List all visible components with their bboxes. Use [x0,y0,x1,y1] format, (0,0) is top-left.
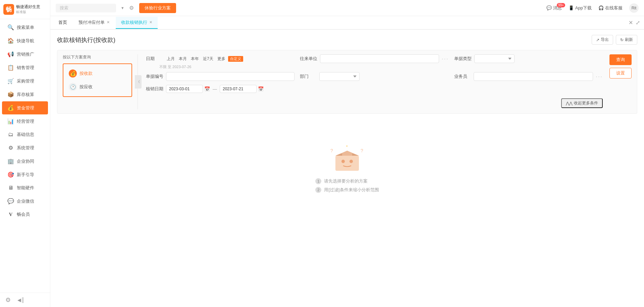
calendar-end-icon[interactable]: 📅 [258,86,264,92]
logo: 畅 畅捷通好生意 标准版 [0,0,50,19]
sidebar-item-purchase[interactable]: 🛒 采购管理 [2,74,48,88]
sidebar-item-operation[interactable]: 📊 经营管理 [2,115,48,128]
sidebar-item-label: 企业协同 [17,158,34,164]
sidebar-item-hardware[interactable]: 🖥 智能硬件 [2,182,48,194]
app-download-btn[interactable]: 📱 App下载 [569,5,592,11]
filter-options-panel: 💰 按收款 🕐 按应收 [63,63,132,97]
doctype-select[interactable] [474,54,515,63]
custom-date-badge: 自定义 [228,56,243,62]
tab-home[interactable]: 首页 [53,17,72,29]
export-button[interactable]: ↗ 导出 [592,35,613,45]
sidebar-item-member[interactable]: V 畅会员 [2,208,48,221]
filter-panel-title: 按以下方案查询 [63,54,132,60]
filter-option-by-receivable[interactable]: 🕐 按应收 [63,80,131,94]
gear-icon[interactable]: ⚙ [129,5,134,11]
partner-input[interactable] [320,54,439,63]
user-label: Rit [632,6,637,10]
filter-writeoff-date-group: 核销日期 📅 — 📅 [146,85,603,93]
svg-text:?: ? [330,148,333,153]
last-7days-btn[interactable]: 近7天 [202,55,215,62]
docno-input[interactable] [166,72,294,81]
close-tab-icon[interactable]: ✕ [629,19,633,26]
settings-icon[interactable]: ⚙ [5,296,11,304]
setting-button[interactable]: 设置 [609,68,632,79]
member-nav-icon: V [7,212,14,217]
date-label: 日期 [146,56,163,62]
tab-prepay[interactable]: 预付冲应付单 ✕ [73,17,115,29]
sidebar-item-label: 销售管理 [17,65,34,71]
filter-option-receipt-label: 按收款 [79,70,93,76]
sidebar-item-wechat[interactable]: 💬 企业微信 [2,195,48,208]
sidebar-item-label: 基础信息 [17,132,34,138]
filter-option-by-receipt[interactable]: 💰 按收款 [63,67,131,80]
calendar-start-icon[interactable]: 📅 [204,86,210,92]
tab-receipt-writeoff-close-icon[interactable]: ✕ [149,20,152,24]
filter-row-2: 单据编号 部门 业务员 ··· [146,72,603,81]
sidebar-item-inventory[interactable]: 📦 库存核算 [2,88,48,101]
collapse-panel-btn[interactable]: 《 [135,75,142,89]
tab-prepay-label: 预付冲应付单 [78,19,105,25]
writeoff-end-input[interactable] [220,85,257,93]
sidebar-bottom: ⚙ ◀║ [0,293,50,307]
more-conditions-row: ⋀⋀ 收起更多条件 [146,97,603,109]
sidebar-item-basic[interactable]: 🗂 基础信息 [2,128,48,141]
staff-input[interactable] [474,72,593,81]
chevron-down-icon[interactable]: ▾ [121,5,124,10]
sidebar-item-enterprise[interactable]: 🏢 企业协同 [2,155,48,168]
more-date-btn[interactable]: 更多 [216,55,227,62]
tab-receipt-writeoff-label: 收款核销执行 [121,19,147,25]
header-actions: ↗ 导出 ↻ 刷新 [592,35,637,45]
this-month-btn[interactable]: 本月 [177,55,188,62]
sidebar-item-sales[interactable]: 📋 销售管理 [2,61,48,74]
online-service-btn[interactable]: 🎧 在线客服 [598,5,623,11]
message-btn[interactable]: 💬 消息 99+ [546,5,562,11]
date-range-hint: 不限 至 2023-07-26 [159,64,603,69]
user-avatar[interactable]: Rit [629,3,639,13]
page-title: 收款核销执行(按收款) [57,36,115,44]
date-shortcuts: 上月 本月 本年 近7天 更多 自定义 [165,55,243,62]
writeoff-start-input[interactable] [166,85,203,93]
tip-num-2: 2 [315,187,321,193]
this-year-btn[interactable]: 本年 [190,55,200,62]
expand-tab-icon[interactable]: ⤢ [636,19,640,26]
topbar-right: 💬 消息 99+ 📱 App下载 🎧 在线客服 Rit [546,3,639,13]
sidebar-item-label: 经营管理 [17,118,34,124]
refresh-label: 刷新 [625,37,633,43]
service-label: 在线客服 [605,5,623,11]
export-label: 导出 [601,37,609,43]
page-inner: 收款核销执行(按收款) ↗ 导出 ↻ 刷新 按以下方案查询 [50,30,644,307]
filter-doctype-group: 单据类型 ··· [454,54,603,63]
filter-dept-group: 部门 [300,72,448,81]
sidebar-item-quick-nav[interactable]: 🏠 快捷导航 [2,34,48,47]
sidebar-item-search[interactable]: 🔍 搜索菜单 [2,21,48,34]
staff-more-icon[interactable]: ··· [596,73,603,80]
filter-area: 按以下方案查询 💰 按收款 🕐 按应收 《 [57,50,637,114]
sidebar-item-guide[interactable]: 🎯 新手引导 [2,168,48,181]
empty-illustration: ? ? ✦ [327,141,367,174]
last-month-btn[interactable]: 上月 [165,55,176,62]
home-nav-icon: 🏠 [7,38,14,44]
refresh-button[interactable]: ↻ 刷新 [616,35,637,45]
sidebar-item-label: 采购管理 [17,78,34,84]
docno-label: 单据编号 [146,73,163,80]
writeoff-start-wrap: 📅 [166,85,210,93]
dept-select[interactable] [319,72,360,81]
collapse-icon[interactable]: ◀║ [17,297,24,303]
inventory-nav-icon: 📦 [7,91,14,98]
more-conditions-label: 收起更多条件 [574,100,598,106]
partner-more-icon[interactable]: ··· [442,55,449,62]
tab-receipt-writeoff[interactable]: 收款核销执行 ✕ [116,17,158,29]
staff-label: 业务员 [454,73,471,80]
sidebar-item-finance[interactable]: 💰 资金管理 [2,101,48,114]
export-icon: ↗ [596,38,599,42]
tab-prepay-close-icon[interactable]: ✕ [107,20,110,24]
industry-btn[interactable]: 休验行业方案 [139,3,176,13]
finance-nav-icon: 💰 [7,105,14,111]
content-area: 收款核销执行(按收款) ↗ 导出 ↻ 刷新 按以下方案查询 [50,30,644,307]
svg-text:✦: ✦ [345,144,348,148]
more-conditions-btn[interactable]: ⋀⋀ 收起更多条件 [561,98,603,108]
tip-text-2: 用[过滤]条件来缩小分析范围 [324,187,379,193]
query-button[interactable]: 查询 [609,54,632,65]
sidebar-item-system[interactable]: ⚙ 系统管理 [2,141,48,154]
sidebar-item-marketing[interactable]: 📢 营销推广 [2,48,48,61]
